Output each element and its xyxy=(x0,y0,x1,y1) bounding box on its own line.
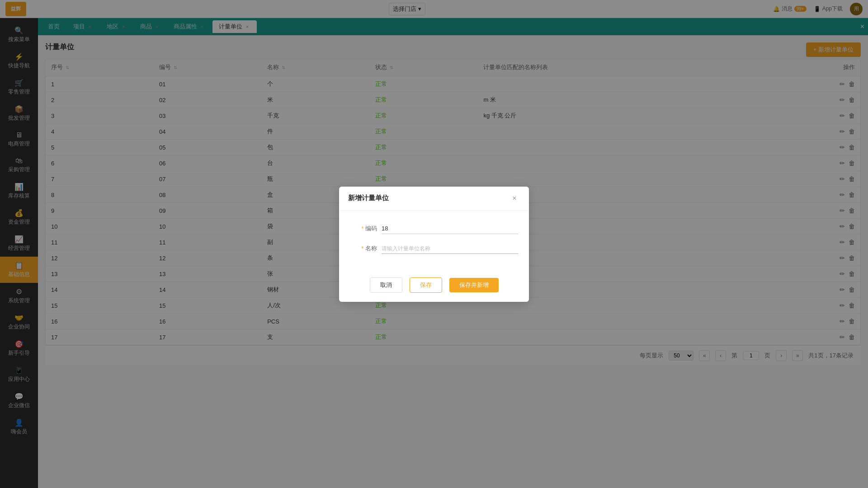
modal-overlay: 新增计量单位 × * 编码 * 名称 取消 保存 保存并新增 xyxy=(0,0,868,488)
modal-close-btn[interactable]: × xyxy=(509,193,520,204)
modal-header: 新增计量单位 × xyxy=(339,187,529,211)
form-code-input[interactable] xyxy=(382,223,518,234)
form-code-label: * 编码 xyxy=(350,225,377,233)
form-row-name: * 名称 xyxy=(350,243,518,254)
form-name-label: * 名称 xyxy=(350,244,377,253)
form-row-code: * 编码 xyxy=(350,223,518,234)
save-button[interactable]: 保存 xyxy=(410,277,442,293)
form-name-input[interactable] xyxy=(382,243,518,254)
modal-body: * 编码 * 名称 xyxy=(339,211,529,272)
modal-title: 新增计量单位 xyxy=(348,194,389,202)
form-name-label-text: 名称 xyxy=(365,245,377,252)
save-and-new-button[interactable]: 保存并新增 xyxy=(449,278,499,292)
cancel-button[interactable]: 取消 xyxy=(370,277,402,293)
add-unit-modal: 新增计量单位 × * 编码 * 名称 取消 保存 保存并新增 xyxy=(339,187,529,302)
modal-footer: 取消 保存 保存并新增 xyxy=(339,272,529,302)
form-code-label-text: 编码 xyxy=(365,225,377,232)
